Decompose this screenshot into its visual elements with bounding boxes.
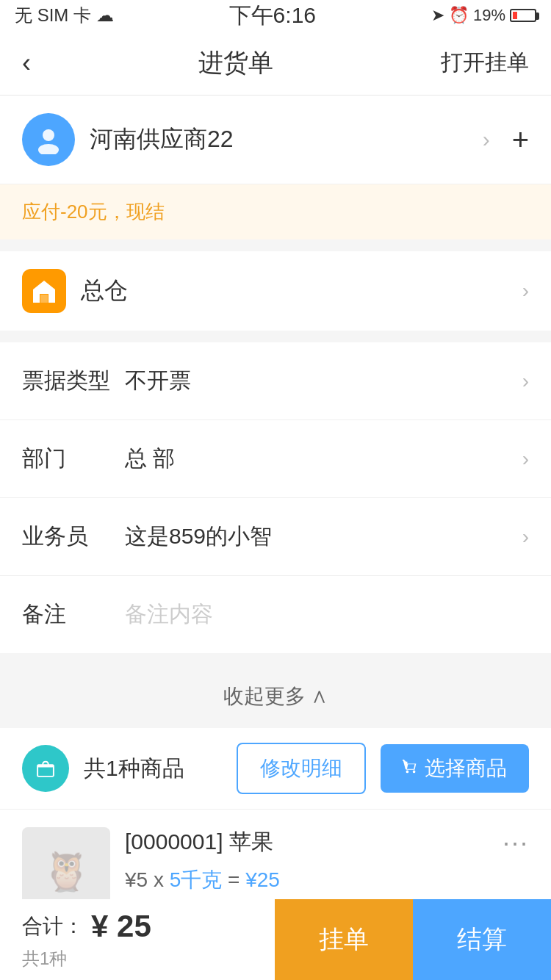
invoice-label: 票据类型 [22,366,110,396]
svg-point-0 [43,129,54,141]
notice-bar: 应付-20元，现结 [0,184,551,239]
warehouse-name: 总仓 [81,275,522,307]
total-count: 共1种 [22,947,253,970]
warehouse-arrow-icon: › [522,279,529,303]
select-product-button[interactable]: 选择商品 [381,744,529,793]
dept-value: 总 部 [110,444,522,474]
sales-arrow-icon: › [522,525,529,549]
status-right: ➤ ⏰ 19% [431,6,536,25]
invoice-row[interactable]: 票据类型 不开票 › [0,342,551,419]
suspend-button[interactable]: 挂单 [275,899,413,980]
battery-text: 19% [473,6,505,25]
equals-sign: = [228,868,245,891]
product-count: 共1种商品 [84,754,222,784]
edit-detail-button[interactable]: 修改明细 [237,743,366,794]
status-time: 下午6:16 [229,1,316,31]
status-bar: 无 SIM 卡 ☁ 下午6:16 ➤ ⏰ 19% [0,0,551,31]
invoice-arrow-icon: › [522,370,529,393]
form-card: 票据类型 不开票 › 部门 总 部 › 业务员 这是859的小智 › 备注 备注… [0,342,551,653]
select-product-label: 选择商品 [425,754,507,782]
invoice-value: 不开票 [110,366,522,396]
supplier-card: 河南供应商22 › + 应付-20元，现结 [0,96,551,239]
dept-label: 部门 [22,444,110,474]
price-value: ¥5 [125,868,148,891]
product-code: [0000001] [125,829,223,854]
warehouse-icon [22,269,66,313]
sales-value: 这是859的小智 [110,522,522,552]
remark-label: 备注 [22,599,110,630]
product-header: 共1种商品 修改明细 选择商品 [0,728,551,809]
more-options-button[interactable]: ··· [503,827,529,858]
qty-value: 5千克 [170,868,223,891]
svg-rect-3 [40,295,48,303]
supplier-avatar [22,113,75,166]
remark-row[interactable]: 备注 备注内容 [0,575,551,653]
dept-arrow-icon: › [522,447,529,471]
sim-text: 无 SIM 卡 ☁ [15,4,114,27]
sales-label: 业务员 [22,522,110,552]
location-icon: ➤ [431,6,444,25]
page-title: 进货单 [198,46,273,80]
total-amount: ¥ 25 [91,909,151,944]
multiply-sign: x [154,868,170,891]
main-content: 河南供应商22 › + 应付-20元，现结 总仓 › 票据类型 不开票 › [0,96,551,980]
open-pending-button[interactable]: 打开挂单 [441,48,529,78]
product-price: ¥5 x 5千克 = ¥25 [125,866,488,894]
total-label: 合计： ¥ 25 [22,909,253,944]
add-supplier-button[interactable]: + [512,125,529,154]
supplier-name: 河南供应商22 [90,123,483,156]
total-section: 合计： ¥ 25 共1种 [0,909,275,970]
collapse-bar[interactable]: 收起更多 ∧ [0,665,551,728]
total-value: ¥25 [245,868,280,891]
back-button[interactable]: ‹ [22,48,31,79]
sales-row[interactable]: 业务员 这是859的小智 › [0,497,551,575]
product-name: [0000001] 苹果 [125,827,488,857]
supplier-row[interactable]: 河南供应商22 › + [0,96,551,184]
product-icon [22,745,69,792]
product-title: 苹果 [229,829,273,854]
alarm-icon: ⏰ [449,6,469,25]
cart-icon [403,757,419,780]
bottom-bar: 合计： ¥ 25 共1种 挂单 结算 [0,899,551,980]
total-label-text: 合计： [22,912,84,940]
remark-input[interactable]: 备注内容 [110,599,529,630]
owl-icon: 🦉 [43,849,90,894]
supplier-arrow-icon: › [483,127,490,152]
warehouse-card[interactable]: 总仓 › [0,251,551,331]
nav-bar: ‹ 进货单 打开挂单 [0,31,551,96]
status-left: 无 SIM 卡 ☁ [15,4,114,27]
svg-point-1 [38,144,59,154]
dept-row[interactable]: 部门 总 部 › [0,419,551,497]
warehouse-row[interactable]: 总仓 › [0,251,551,331]
checkout-button[interactable]: 结算 [413,899,551,980]
product-info: [0000001] 苹果 ¥5 x 5千克 = ¥25 [125,827,488,894]
battery-icon [510,9,536,22]
